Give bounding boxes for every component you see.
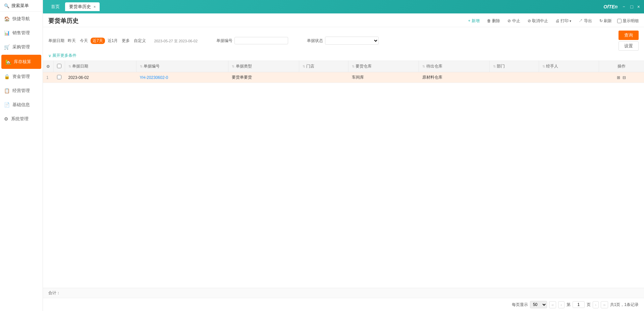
export-button-label: ↗ 导出 — [579, 18, 592, 24]
sidebar-item-label: 库存核算 — [14, 59, 31, 65]
col-date: ⇅ 单据日期 — [65, 61, 137, 72]
tab-active[interactable]: 要货单历史 × — [65, 2, 100, 11]
col-date-sort-icon[interactable]: ⇅ — [68, 64, 71, 68]
display-detail-checkbox[interactable] — [617, 19, 622, 23]
date-shortcut-today[interactable]: 今天 — [78, 38, 89, 44]
date-filter-group: 单据日期 昨天 今天 近7天 近1月 更多 自定义 — [48, 38, 147, 44]
action-buttons: 查询 设置 — [619, 31, 639, 51]
sidebar-item-inventory[interactable]: 🏡 库存核算 — [1, 55, 41, 69]
row-operations: ⊞ ⊟ — [599, 72, 644, 83]
cancel-stop-button[interactable]: ⊘ 取消中止 — [526, 17, 550, 25]
print-button[interactable]: 🖨 打印 ▾ — [553, 17, 573, 25]
sidebar-item-label: 资金管理 — [12, 74, 30, 80]
sidebar-item-basic-info[interactable]: 📄 基础信息 — [0, 98, 43, 112]
sidebar-item-label: 销售管理 — [12, 30, 30, 36]
table-body: 1 2023-06-02 YH-20230602-0 要货单要货 车间库 原材料… — [43, 72, 644, 83]
sidebar-item-operations[interactable]: 📋 经营管理 — [0, 84, 43, 98]
page-header: 要货单历史 + 新增 🗑 删除 ⊘ 中止 ⊘ 取消中止 🖨 打印 ▾ — [43, 13, 644, 27]
date-shortcut-custom[interactable]: 自定义 — [132, 38, 147, 44]
maximize-icon[interactable]: □ — [630, 4, 633, 9]
page-label-before: 第 — [567, 302, 571, 308]
home-icon: 🏠 — [4, 16, 10, 21]
col-handler: ⇅ 经手人 — [539, 61, 599, 72]
date-shortcut-7days[interactable]: 近7天 — [91, 38, 105, 44]
sidebar-item-quick-nav[interactable]: 🏠 快捷导航 — [0, 12, 43, 26]
col-pending-warehouse: ⇅ 待出仓库 — [419, 61, 489, 72]
refresh-button[interactable]: ↻ 刷新 — [597, 17, 614, 25]
sidebar-item-label: 快捷导航 — [12, 16, 30, 22]
col-req-warehouse-sort-icon[interactable]: ⇅ — [352, 64, 355, 68]
page-size-select[interactable]: 50 10 20 100 — [530, 301, 547, 308]
chevron-down-icon: ∨ — [48, 53, 51, 58]
view-icon[interactable]: ⊞ — [617, 75, 620, 80]
col-doc-type-sort-icon[interactable]: ⇅ — [232, 64, 234, 68]
topbar-right: OfTEn － □ × — [603, 4, 640, 10]
col-handler-sort-icon[interactable]: ⇅ — [542, 64, 545, 68]
new-button[interactable]: + 新增 — [466, 17, 482, 25]
col-pending-warehouse-sort-icon[interactable]: ⇅ — [422, 64, 425, 68]
filter-bar: 单据日期 昨天 今天 近7天 近1月 更多 自定义 2023-05-27 至 2… — [43, 27, 644, 61]
stop-button[interactable]: ⊘ 中止 — [505, 17, 522, 25]
window-close-icon[interactable]: × — [637, 4, 640, 9]
row-checkbox[interactable] — [54, 72, 65, 83]
doc-icon: 📄 — [4, 102, 10, 107]
last-page-button[interactable]: » — [601, 301, 608, 308]
toolbar: + 新增 🗑 删除 ⊘ 中止 ⊘ 取消中止 🖨 打印 ▾ ↗ 导出 — [466, 17, 639, 25]
clipboard-icon: 📋 — [4, 88, 10, 93]
export-button[interactable]: ↗ 导出 — [577, 17, 594, 25]
col-doc-no-sort-icon[interactable]: ⇅ — [140, 64, 143, 68]
display-detail-button[interactable]: 显示明细 — [617, 18, 639, 24]
display-detail-label: 显示明细 — [623, 18, 639, 24]
first-page-button[interactable]: « — [549, 301, 556, 308]
query-button[interactable]: 查询 — [619, 31, 639, 40]
sidebar-item-sales[interactable]: 📊 销售管理 — [0, 26, 43, 40]
prev-page-button[interactable]: ‹ — [558, 301, 564, 308]
sidebar-item-finance[interactable]: 🔒 资金管理 — [0, 70, 43, 84]
settings-button[interactable]: 设置 — [619, 41, 639, 51]
delete-button[interactable]: 🗑 删除 — [485, 17, 502, 25]
status-filter-group: 单据状态 — [307, 37, 379, 45]
row-store — [299, 72, 348, 83]
col-checkbox[interactable] — [54, 61, 65, 72]
row-doc-no[interactable]: YH-20230602-0 — [137, 72, 228, 83]
date-shortcut-more[interactable]: 更多 — [120, 38, 131, 44]
col-store-sort-icon[interactable]: ⇅ — [303, 64, 305, 68]
table-row[interactable]: 1 2023-06-02 YH-20230602-0 要货单要货 车间库 原材料… — [43, 72, 644, 83]
delete-button-label: 🗑 删除 — [487, 18, 500, 24]
sidebar-item-system[interactable]: ⚙ 系统管理 — [0, 112, 43, 126]
status-label: 单据状态 — [307, 38, 323, 44]
date-range-text: 2023-05-27 至 2023-06-02 — [154, 39, 198, 44]
page-size-label: 每页显示 — [512, 302, 528, 308]
col-department-sort-icon[interactable]: ⇅ — [493, 64, 496, 68]
sidebar-item-label: 经营管理 — [12, 88, 30, 94]
house-icon: 🏡 — [5, 59, 11, 64]
minimize-icon[interactable]: － — [622, 4, 626, 10]
main-area: 首页 要货单历史 × OfTEn － □ × 要货单历史 + 新增 🗑 删除 — [43, 0, 644, 311]
row-handler — [539, 72, 599, 83]
sidebar-item-purchase[interactable]: 🛒 采购管理 — [0, 40, 43, 54]
total-label: 共1页，1条记录 — [610, 302, 639, 308]
next-page-button[interactable]: › — [593, 301, 599, 308]
row-index: 1 — [43, 72, 54, 83]
cancel-stop-button-label: ⊘ 取消中止 — [528, 18, 548, 24]
page-input[interactable] — [573, 301, 585, 308]
edit-icon[interactable]: ⊟ — [623, 75, 626, 80]
sidebar-search[interactable]: 🔍 搜索菜单 — [0, 0, 43, 12]
print-button-label: 🖨 打印 — [555, 18, 569, 24]
expand-more-btn[interactable]: ∨ 展开更多条件 — [48, 53, 639, 58]
date-shortcut-yesterday[interactable]: 昨天 — [66, 38, 77, 44]
doc-no-link[interactable]: YH-20230602-0 — [140, 75, 168, 80]
page-label-after: 页 — [587, 302, 591, 308]
status-select[interactable] — [325, 37, 379, 45]
gear-icon: ⚙ — [4, 116, 8, 122]
doc-no-input[interactable] — [234, 37, 288, 44]
sidebar-item-label: 采购管理 — [12, 44, 30, 50]
date-shortcut-1month[interactable]: 近1月 — [106, 38, 119, 44]
row-date: 2023-06-02 — [65, 72, 137, 83]
col-settings[interactable]: ⚙ — [43, 61, 54, 72]
date-filter-label: 单据日期 — [48, 38, 64, 44]
select-all-checkbox[interactable] — [57, 64, 61, 68]
col-store: ⇅ 门店 — [299, 61, 348, 72]
tab-close-icon[interactable]: × — [94, 5, 96, 9]
tab-home[interactable]: 首页 — [47, 2, 64, 11]
